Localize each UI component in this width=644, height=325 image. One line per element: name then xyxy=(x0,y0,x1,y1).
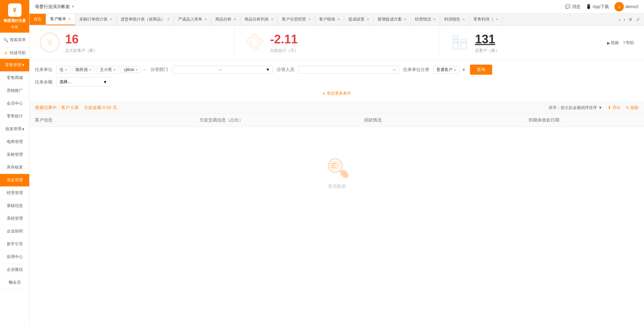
video-help-button[interactable]: ▶ 视频 xyxy=(607,40,619,46)
tab-purchase-orders[interactable]: 采购订单统计表 ✕ xyxy=(75,14,117,25)
tab-inbound-stats[interactable]: 进货单统计表（按商品） ✕ xyxy=(117,14,174,25)
industry-selector[interactable]: 母婴行业演示帐套 ▼ xyxy=(35,4,75,10)
person-select-more: ··· xyxy=(393,67,396,72)
remove-unit-class[interactable]: ✕ xyxy=(454,68,457,72)
unit-class-tag-normal: 普通客户 ✕ xyxy=(433,66,460,74)
close-tab-4[interactable]: ✕ xyxy=(204,17,207,21)
close-tab-7[interactable]: ✕ xyxy=(308,17,311,21)
sidebar-item-purchase[interactable]: 采购管理 xyxy=(0,148,29,161)
query-button[interactable]: 查询 xyxy=(470,65,492,75)
balance-filter-select[interactable]: 选择... ▼ xyxy=(56,77,110,86)
sidebar-item-system[interactable]: 系统管理 xyxy=(0,212,29,225)
close-tab-11[interactable]: ✕ xyxy=(433,17,436,21)
sidebar-item-vip[interactable]: 畅会员 xyxy=(0,276,29,289)
sidebar-item-app-center[interactable]: 应用中心 xyxy=(0,251,29,263)
unit-class-filter-label: 往来单位分类 xyxy=(403,67,429,73)
next-tab-button[interactable]: › xyxy=(622,15,627,24)
total-customers-value: 131 xyxy=(475,32,499,46)
sidebar-item-wholesale[interactable]: 批发管理 ▾ xyxy=(0,123,29,136)
prev-tab-button[interactable]: ‹ xyxy=(617,15,622,24)
filter-area: 往来单位 伍 ✕ 陈民强 ✕ 王小亮 ✕ cjttcw xyxy=(30,61,644,102)
dept-chevron-icon: ▼ xyxy=(266,67,270,72)
tab-operations[interactable]: 经营情况 ✕ xyxy=(411,14,440,25)
collapse-up-icon: ∧ xyxy=(323,91,326,96)
export-button[interactable]: ⬇ 导出 xyxy=(608,105,620,111)
sort-select[interactable]: 排序：按欠款金额倒序排序 ▼ xyxy=(549,105,602,111)
close-tab-9[interactable]: ✕ xyxy=(367,17,369,21)
close-all-tabs-button[interactable]: ✕ xyxy=(627,15,634,24)
message-button[interactable]: 💬 消息 xyxy=(565,4,581,10)
remove-unit-wu[interactable]: ✕ xyxy=(65,68,68,72)
svg-rect-10 xyxy=(462,42,464,43)
close-accounts-tab[interactable]: ✕ xyxy=(68,17,71,21)
svg-rect-9 xyxy=(457,42,458,43)
sidebar-item-new-guide[interactable]: 新手引导 xyxy=(0,238,29,251)
sidebar-item-finance[interactable]: 资金管理 xyxy=(0,174,29,187)
stat-total-customers: 131 总客户（家） ▶ 视频 ? 帮助 xyxy=(439,26,644,60)
sidebar-item-retail[interactable]: 零售管理 ▾ xyxy=(0,59,29,72)
unit-class-tags: 普通客户 ✕ ▼ xyxy=(433,66,466,74)
tab-profit-report[interactable]: 利润报告 ✕ xyxy=(440,14,469,25)
tab-retail-profit[interactable]: 零售利润（ ✕ xyxy=(469,14,503,25)
table-wrapper: 客户信息 欠款交易信息（占比） 回款情况 到期未收款日期 xyxy=(30,114,644,216)
remove-unit-wang[interactable]: ✕ xyxy=(113,68,116,72)
tab-home[interactable]: 首页 xyxy=(30,14,46,25)
close-tab-5[interactable]: ✕ xyxy=(233,17,236,21)
svg-rect-16 xyxy=(330,165,335,166)
sidebar-item-retail-stats[interactable]: 零售统计 xyxy=(0,110,29,123)
download-icon: 📱 xyxy=(586,4,591,9)
person-filter-select[interactable]: ··· xyxy=(298,66,399,74)
refresh-icon: ↻ xyxy=(626,105,629,110)
total-customers-label: 总客户（家） xyxy=(475,48,499,53)
close-tab-13[interactable]: ✕ xyxy=(496,17,498,21)
collapse-filter-button[interactable]: ∧ 收起更多条件 xyxy=(35,89,639,98)
sidebar-item-ecommerce[interactable]: 电商管理 xyxy=(0,136,29,148)
sidebar-item-operations[interactable]: 经营管理 xyxy=(0,187,29,200)
refresh-button[interactable]: ↻ 刷新 xyxy=(626,105,639,111)
tab-cost-inbound[interactable]: 产成品入库单 ✕ xyxy=(174,14,211,25)
tab-product-analysis[interactable]: 商品分析 ✕ xyxy=(211,14,241,25)
user-menu[interactable]: d demo2 xyxy=(614,2,639,11)
tab-customer-tier[interactable]: 客户分层经营 ✕ xyxy=(278,14,315,25)
remove-unit-chen[interactable]: ✕ xyxy=(89,68,92,72)
svg-rect-7 xyxy=(457,38,458,40)
tab-proposal-settings[interactable]: 提成设置 ✕ xyxy=(344,14,374,25)
app-version: 标版 xyxy=(11,25,18,29)
sort-chevron-icon: ▼ xyxy=(598,105,602,110)
search-menu-button[interactable]: 🔍 搜索菜单 xyxy=(3,35,27,44)
maximize-button[interactable]: ⤢ xyxy=(635,15,641,24)
avatar: d xyxy=(614,2,624,11)
unit-filter-more[interactable]: ··· xyxy=(143,67,146,72)
app-download-button[interactable]: 📱 App下载 xyxy=(586,4,609,10)
col-customer-info: 客户信息 xyxy=(35,117,200,123)
close-tab-2[interactable]: ✕ xyxy=(110,17,112,21)
sidebar-item-member[interactable]: 会员中心 xyxy=(0,97,29,110)
balance-chevron-icon: ▼ xyxy=(103,80,107,84)
remove-unit-cjttcw[interactable]: ✕ xyxy=(135,68,138,72)
close-tab-3[interactable]: ✕ xyxy=(167,17,170,21)
tab-bar: 首页 客户账本 ✕ 采购订单统计表 ✕ 进货单统计表（按商品） ✕ 产成品入库单… xyxy=(30,13,644,26)
svg-rect-11 xyxy=(465,42,466,43)
close-tab-12[interactable]: ✕ xyxy=(462,17,465,21)
help-button[interactable]: ? 帮助 xyxy=(623,40,634,46)
sidebar-item-basic-info[interactable]: 基础信息 xyxy=(0,200,29,212)
tab-customer-contact[interactable]: 客户联络 ✕ xyxy=(315,14,344,25)
close-tab-8[interactable]: ✕ xyxy=(337,17,340,21)
sidebar-item-enterprise[interactable]: 企业协同 xyxy=(0,225,29,238)
close-tab-10[interactable]: ✕ xyxy=(404,17,406,21)
sidebar-item-inventory[interactable]: 库存核算 xyxy=(0,161,29,174)
stat-debt-customers: ¥ 16 总欠款客户（家） xyxy=(30,26,234,60)
unit-tag-cjttcw: cjttcw ✕ xyxy=(121,66,141,73)
dept-filter-select[interactable]: ··· ▼ xyxy=(172,66,273,74)
tab-new-proposal[interactable]: 新增提成方案 ✕ xyxy=(374,14,411,25)
sidebar-logo: ¥ 畅捷通好生意 标版 xyxy=(0,0,29,33)
tab-accounts[interactable]: 客户账本 ✕ xyxy=(46,13,75,25)
close-tab-6[interactable]: ✕ xyxy=(271,17,273,21)
sidebar-item-retail-mall[interactable]: 零售商城 xyxy=(0,72,29,84)
sidebar: ¥ 畅捷通好生意 标版 🔍 搜索菜单 ⚡ 快捷导航 零售管理 ▾ 零售商城 营销… xyxy=(0,0,30,325)
sidebar-item-marketing[interactable]: 营销推广 xyxy=(0,84,29,97)
sidebar-item-wechat[interactable]: 企业微信 xyxy=(0,263,29,276)
quick-nav-button[interactable]: ⚡ 快捷导航 xyxy=(0,47,29,59)
tab-product-analysis-list[interactable]: 商品分析列表 ✕ xyxy=(241,14,278,25)
svg-text:¥: ¥ xyxy=(47,37,52,48)
